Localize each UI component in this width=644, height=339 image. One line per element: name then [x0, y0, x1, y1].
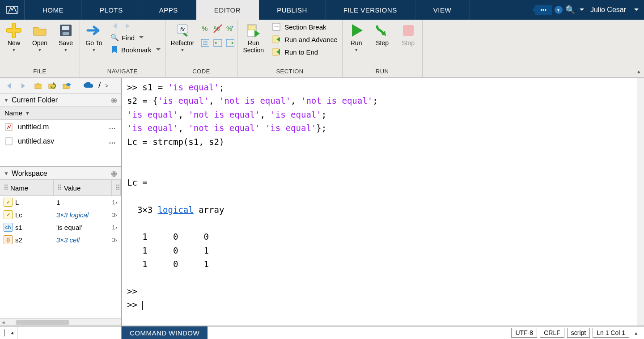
workspace-var-row[interactable]: ✓Lc3×3 logical3› [0, 208, 121, 221]
status-expand-icon[interactable]: ▴ [632, 330, 640, 336]
run-to-end-icon [272, 47, 281, 56]
refactor-button[interactable]: fx Refactor▼ [168, 21, 197, 53]
m-file-icon [4, 123, 13, 131]
collapse-icon[interactable]: ▼ [4, 97, 9, 103]
open-button[interactable]: Open▼ [29, 21, 51, 53]
uncomment-icon[interactable]: % [213, 24, 222, 33]
section-break-icon [272, 22, 281, 31]
goto-button[interactable]: Go To▼ [83, 21, 105, 53]
workspace-var-row[interactable]: {}s23×3 cell3› [0, 233, 121, 246]
nav-fwd-icon [123, 22, 133, 30]
ws-header-more[interactable]: ⠿ [112, 180, 121, 195]
comment-icon[interactable]: % [200, 24, 209, 33]
var-value: 3×3 cell [56, 236, 104, 244]
file-name: untitled.asv [18, 137, 54, 145]
encoding-chip[interactable]: UTF-8 [511, 328, 537, 338]
svg-text:%: % [226, 25, 232, 32]
run-and-advance-button[interactable]: Run and Advance [270, 34, 339, 45]
logical-badge-icon: ✓ [4, 198, 13, 207]
tab-home[interactable]: HOME [25, 0, 82, 20]
run-to-end-button[interactable]: Run to End [270, 47, 339, 57]
bookmark-button[interactable]: Bookmark [109, 45, 162, 55]
file-more-icon[interactable]: … [109, 137, 116, 145]
bookmark-icon [110, 45, 119, 54]
new-button[interactable]: New▼ [3, 21, 25, 53]
run-section-button[interactable]: Run Section [240, 21, 267, 55]
eol-chip[interactable]: CRLF [540, 328, 564, 338]
find-button[interactable]: 🔍 Find [109, 33, 162, 42]
mode-chip[interactable]: script [567, 328, 590, 338]
addr-fwd-icon[interactable] [18, 80, 30, 92]
addr-folder-cloud-icon[interactable] [61, 80, 72, 92]
step-button[interactable]: Step [371, 21, 394, 47]
command-vscroll[interactable] [637, 78, 644, 326]
indent-right-icon[interactable] [213, 38, 222, 47]
stop-button[interactable]: Stop [397, 21, 419, 47]
command-window-content[interactable]: >> s1 = 'is equal';s2 = {'is equal', 'no… [122, 78, 644, 326]
var-name: Lc [15, 211, 22, 219]
tab-view[interactable]: VIEW [415, 0, 470, 20]
current-folder-header[interactable]: ▼ Current Folder ◉ [0, 94, 121, 106]
indent-icon[interactable] [200, 38, 209, 47]
search-dropdown-caret[interactable] [580, 8, 584, 13]
find-icon: 🔍 [110, 34, 119, 42]
workspace-var-row[interactable]: ✓L11› [0, 196, 121, 208]
ws-header-name[interactable]: ⠿ Name [0, 180, 54, 195]
var-name: L [15, 199, 19, 206]
goto-start-icon[interactable]: ⎸◂ [0, 326, 18, 339]
tab-publish[interactable]: PUBLISH [259, 0, 326, 20]
cell-badge-icon: {} [4, 235, 13, 244]
command-window-label[interactable]: COMMAND WINDOW [122, 326, 208, 339]
cursor-pos-chip[interactable]: Ln 1 Col 1 [593, 328, 629, 338]
tab-file-versions[interactable]: FILE VERSIONS [326, 0, 415, 20]
var-extra: 1› [107, 224, 117, 231]
run-button[interactable]: Run▼ [345, 21, 368, 53]
user-name[interactable]: Julio Cesar [587, 6, 630, 14]
search-icon[interactable]: 🔍 [565, 5, 575, 15]
addr-path-chevron[interactable]: > [105, 82, 109, 89]
status-bar: ⎸◂ COMMAND WINDOW UTF-8 CRLF script Ln 1… [0, 326, 644, 339]
char-badge-icon: ch [4, 223, 13, 232]
more-commands-chip[interactable]: ••• [535, 5, 552, 15]
panel-menu-icon[interactable]: ◉ [111, 96, 117, 104]
cloud-icon[interactable] [82, 80, 94, 92]
var-name: s1 [15, 224, 22, 231]
workspace-var-row[interactable]: chs1'is equal'1› [0, 221, 121, 233]
wrap-comment-icon[interactable]: % [225, 24, 234, 33]
tab-apps[interactable]: APPS [141, 0, 196, 20]
address-bar: / > [0, 78, 121, 94]
addr-path-sep[interactable]: / [97, 81, 102, 90]
ws-header-value[interactable]: ⠿ Value [54, 180, 112, 195]
collapse-icon[interactable]: ▼ [4, 170, 9, 177]
ribbon-label-section: SECTION [240, 66, 339, 77]
logical-type-link[interactable]: logical [158, 205, 194, 215]
tab-plots[interactable]: PLOTS [82, 0, 141, 20]
tab-editor[interactable]: EDITOR [196, 0, 259, 20]
svg-rect-26 [6, 138, 12, 145]
file-name: untitled.m [18, 123, 49, 131]
file-name-header[interactable]: Name▼ [0, 106, 121, 120]
addr-folder-reload-icon[interactable] [47, 80, 58, 92]
user-menu-caret[interactable] [634, 8, 639, 13]
ribbon-collapse-button[interactable]: ▴ [633, 20, 644, 77]
addr-up-icon[interactable] [32, 80, 44, 92]
file-more-icon[interactable]: … [109, 123, 116, 131]
addr-back-icon[interactable] [4, 80, 15, 92]
help-circle-icon[interactable]: ▾ [555, 6, 563, 14]
panel-menu-icon[interactable]: ◉ [111, 169, 117, 178]
var-value: 3×3 logical [56, 211, 104, 219]
file-row[interactable]: untitled.asv… [0, 134, 121, 148]
nav-back-icon [110, 22, 120, 30]
section-break-button[interactable]: Section Break [270, 21, 339, 32]
file-icon [4, 137, 13, 146]
run-advance-icon [272, 35, 281, 44]
ribbon-label-code: CODE [168, 66, 235, 77]
nav-back-forward[interactable] [109, 21, 162, 30]
workspace-hscroll[interactable]: ◂ [0, 318, 121, 326]
ribbon-group-navigate: Go To▼ 🔍 Find Bookmark NAVIGAT [80, 20, 165, 77]
svg-text:fx: fx [180, 26, 185, 33]
workspace-header[interactable]: ▼ Workspace ◉ [0, 166, 121, 180]
indent-left-icon[interactable] [225, 38, 234, 47]
file-row[interactable]: untitled.m… [0, 120, 121, 134]
save-button[interactable]: Save▼ [55, 21, 77, 53]
